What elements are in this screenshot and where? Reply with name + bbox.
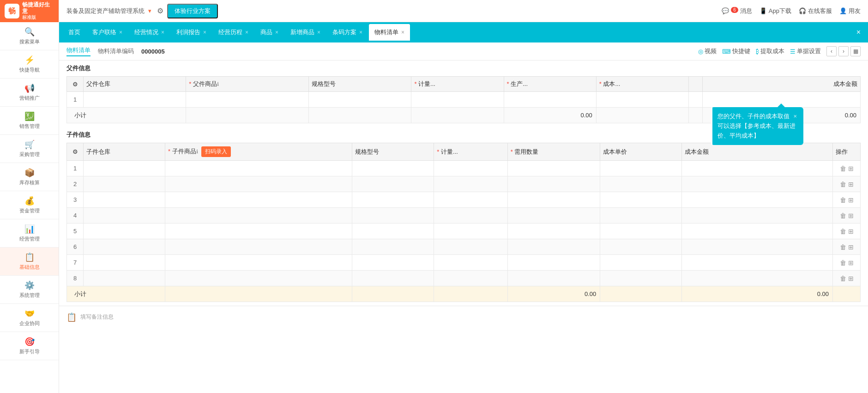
tooltip-close[interactable]: ×: [793, 112, 797, 121]
sidebar-item-guide[interactable]: 🎯 新手引导: [0, 332, 59, 360]
cell-child-unit[interactable]: [434, 161, 507, 176]
tab-close-icon[interactable]: ×: [275, 29, 278, 36]
th-child-settings[interactable]: ⚙: [67, 143, 84, 161]
cell-child-unit-cost[interactable]: [600, 176, 682, 192]
cell-child-spec[interactable]: [352, 239, 434, 255]
tab-close-icon[interactable]: ×: [317, 29, 320, 36]
cell-child-qty[interactable]: [507, 271, 600, 286]
copy-icon[interactable]: ⊞: [848, 259, 854, 266]
delete-icon[interactable]: 🗑: [840, 228, 846, 235]
copy-icon[interactable]: ⊞: [848, 196, 854, 204]
cell-unit[interactable]: [411, 92, 504, 108]
sidebar-item-search[interactable]: 🔍 搜索菜单: [0, 22, 59, 50]
sidebar-item-quicknav[interactable]: ⚡ 快捷导航: [0, 50, 59, 79]
tab-close-icon[interactable]: ×: [359, 29, 362, 36]
scan-button[interactable]: 扫码录入: [201, 146, 231, 157]
tab-profit[interactable]: 利润报告×: [171, 24, 212, 41]
cell-child-qty[interactable]: [507, 224, 600, 239]
sidebar-item-purchase[interactable]: 🛒 采购管理: [0, 135, 59, 163]
cell-child-unit-cost[interactable]: [600, 192, 682, 208]
tab-operations[interactable]: 经营情况×: [129, 24, 170, 41]
sidebar-item-enterprise[interactable]: 🤝 企业协同: [0, 304, 59, 332]
cell-warehouse[interactable]: [84, 92, 186, 108]
shortcut-action[interactable]: ⌨ 快捷键: [722, 47, 750, 55]
cell-child-spec[interactable]: [352, 161, 434, 176]
cell-cost[interactable]: [596, 92, 688, 108]
settings-icon[interactable]: ⚙: [157, 6, 163, 15]
delete-icon[interactable]: 🗑: [840, 259, 846, 266]
cell-child-unit-cost[interactable]: [600, 161, 682, 176]
copy-icon[interactable]: ⊞: [848, 181, 854, 188]
cell-child-unit[interactable]: [434, 192, 507, 208]
cell-child-warehouse[interactable]: [84, 239, 165, 255]
delete-icon[interactable]: 🗑: [840, 181, 846, 188]
tab-home[interactable]: 首页: [63, 24, 86, 41]
cell-child-warehouse[interactable]: [84, 161, 165, 176]
cell-child-unit[interactable]: [434, 239, 507, 255]
sidebar-item-operation[interactable]: 📊 经营管理: [0, 219, 59, 248]
cell-child-spec[interactable]: [352, 208, 434, 224]
tab-barcode[interactable]: 条码方案×: [327, 24, 368, 41]
cell-child-warehouse[interactable]: [84, 224, 165, 239]
cell-child-qty[interactable]: [507, 239, 600, 255]
grid-button[interactable]: ▦: [850, 46, 861, 56]
video-action[interactable]: ◎ 视频: [698, 47, 717, 55]
sidebar-item-system[interactable]: ⚙️ 系统管理: [0, 276, 59, 304]
cell-child-qty[interactable]: [507, 192, 600, 208]
cell-spec[interactable]: [309, 92, 411, 108]
cell-child-unit[interactable]: [434, 208, 507, 224]
tab-close-icon[interactable]: ×: [401, 29, 404, 36]
copy-icon[interactable]: ⊞: [848, 228, 854, 235]
cell-child-unit-cost[interactable]: [600, 255, 682, 271]
tab-customers[interactable]: 客户联络×: [87, 24, 128, 41]
cell-child-goods[interactable]: [165, 224, 352, 239]
sidebar-item-inventory[interactable]: 📦 库存核算: [0, 163, 59, 191]
tab-close-icon[interactable]: ×: [245, 29, 248, 36]
cell-child-qty[interactable]: [507, 255, 600, 271]
sidebar-item-basicinfo[interactable]: 📋 基础信息: [0, 248, 59, 276]
cell-produce[interactable]: [504, 92, 596, 108]
tab-bom[interactable]: 物料清单×: [369, 24, 410, 41]
cell-child-warehouse[interactable]: [84, 255, 165, 271]
copy-icon[interactable]: ⊞: [848, 212, 854, 219]
user-item[interactable]: 👤 用友: [839, 7, 861, 15]
cell-child-goods[interactable]: [165, 271, 352, 286]
cell-child-goods[interactable]: [165, 176, 352, 192]
cell-child-goods[interactable]: [165, 161, 352, 176]
app-download-item[interactable]: 📱 App下载: [760, 7, 791, 15]
delete-icon[interactable]: 🗑: [840, 243, 846, 251]
tab-close-icon[interactable]: ×: [203, 29, 206, 36]
copy-icon[interactable]: ⊞: [848, 275, 854, 282]
cell-child-spec[interactable]: [352, 176, 434, 192]
cell-child-warehouse[interactable]: [84, 208, 165, 224]
delete-icon[interactable]: 🗑: [840, 275, 846, 282]
copy-icon[interactable]: ⊞: [848, 243, 854, 251]
cell-child-goods[interactable]: [165, 208, 352, 224]
cell-child-warehouse[interactable]: [84, 271, 165, 286]
bom-tab[interactable]: 物料清单: [66, 46, 90, 56]
cost-action[interactable]: ₿ 提取成本: [756, 47, 784, 55]
cell-child-goods[interactable]: [165, 239, 352, 255]
cell-child-unit-cost[interactable]: [600, 224, 682, 239]
trial-button[interactable]: 体验行业方案: [167, 4, 218, 18]
cell-child-qty[interactable]: [507, 208, 600, 224]
tab-history[interactable]: 经营历程×: [213, 24, 254, 41]
delete-icon[interactable]: 🗑: [840, 196, 846, 204]
cell-child-unit[interactable]: [434, 224, 507, 239]
cell-child-spec[interactable]: [352, 271, 434, 286]
message-item[interactable]: 💬 6 消息: [722, 7, 752, 15]
sidebar-item-marketing[interactable]: 📢 营销推广: [0, 79, 59, 107]
cell-child-spec[interactable]: [352, 224, 434, 239]
cell-goods[interactable]: [186, 92, 309, 108]
online-service-item[interactable]: 🎧 在线客服: [799, 7, 832, 15]
cell-child-spec[interactable]: [352, 192, 434, 208]
next-button[interactable]: ›: [838, 46, 849, 56]
tab-close-icon[interactable]: ×: [119, 29, 122, 36]
cell-child-spec[interactable]: [352, 255, 434, 271]
th-settings[interactable]: ⚙: [67, 77, 84, 92]
cell-child-unit[interactable]: [434, 176, 507, 192]
cell-child-warehouse[interactable]: [84, 176, 165, 192]
nav-close-button[interactable]: ×: [853, 26, 864, 38]
prev-button[interactable]: ‹: [826, 46, 837, 56]
cell-child-unit-cost[interactable]: [600, 271, 682, 286]
